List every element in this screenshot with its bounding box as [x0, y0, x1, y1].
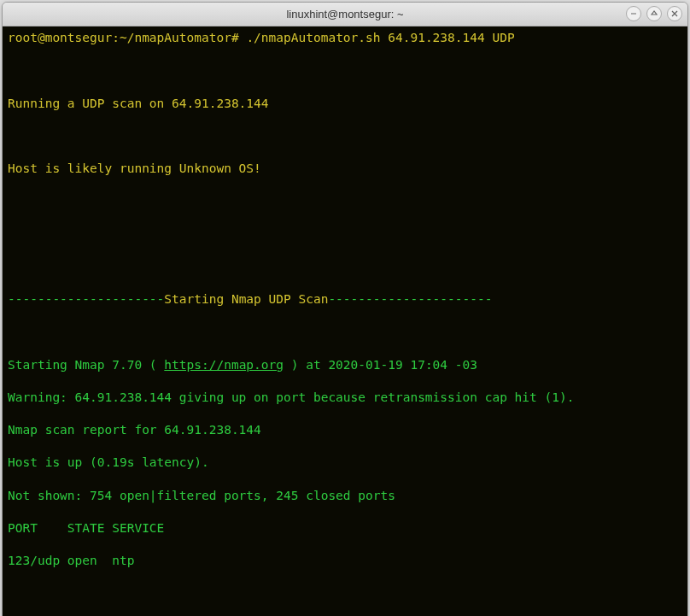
- titlebar[interactable]: linuxhint@montsegur: ~: [3, 3, 687, 26]
- terminal-window: linuxhint@montsegur: ~ root@montsegur:~/…: [2, 2, 688, 616]
- prompt-user-host: root@montsegur: [8, 31, 112, 44]
- nmap-start-1-end: ) at 2020-01-19 17:04 -03: [284, 358, 477, 372]
- window-controls: [626, 6, 682, 21]
- divider-right: ----------------------: [328, 292, 492, 306]
- hostup-line-1: Host is up (0.19s latency).: [8, 455, 682, 471]
- command-text: ./nmapAutomator.sh 64.91.238.144 UDP: [246, 31, 514, 44]
- warning-line: Warning: 64.91.238.144 giving up on port…: [8, 390, 682, 406]
- prompt-colon: :: [112, 31, 120, 44]
- running-line: Running a UDP scan on 64.91.238.144: [8, 96, 682, 112]
- terminal-content[interactable]: root@montsegur:~/nmapAutomator# ./nmapAu…: [3, 26, 687, 616]
- divider-label: Starting Nmap UDP Scan: [164, 292, 328, 306]
- close-button[interactable]: [667, 6, 682, 21]
- host-os-line: Host is likely running Unknown OS!: [8, 161, 682, 177]
- prompt-cwd: ~/nmapAutomator: [120, 31, 231, 44]
- report-line-1: Nmap scan report for 64.91.238.144: [8, 422, 682, 438]
- nmap-start-1: Starting Nmap 7.70 (: [8, 358, 164, 372]
- maximize-button[interactable]: [646, 6, 662, 21]
- port-line-1: 123/udp open ntp: [8, 553, 682, 569]
- prompt-symbol: #: [231, 31, 239, 44]
- notshown-line: Not shown: 754 open|filtered ports, 245 …: [8, 488, 682, 504]
- minimize-button[interactable]: [626, 6, 641, 21]
- port-header-1: PORT STATE SERVICE: [8, 520, 682, 537]
- window-title: linuxhint@montsegur: ~: [286, 8, 403, 21]
- divider-left: ---------------------: [8, 292, 164, 306]
- nmap-url-1[interactable]: https://nmap.org: [164, 358, 284, 372]
